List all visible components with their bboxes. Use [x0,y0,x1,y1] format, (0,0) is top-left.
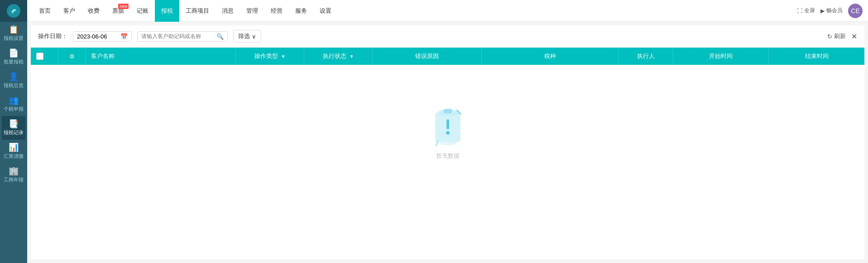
sidebar-item-tax-records[interactable]: 📑报税记录 [2,116,25,140]
svg-rect-4 [446,119,449,129]
topnav-right: ⛶ 全屏 ▶ 畅会员 CE [797,4,863,18]
th-settings[interactable]: ⚙ [58,48,85,65]
tax-records-icon: 📑 [9,120,19,128]
th-executor: 执行人 [619,48,673,65]
th-checkbox [31,48,58,65]
sidebar-label-tax-records: 报税记录 [4,129,24,136]
sidebar-label-personal-tax: 个税申报 [4,106,24,112]
main-area: 首页客户收费票据new记账报税工商项目消息管理经营服务设置 ⛶ 全屏 ▶ 畅会员… [27,0,868,263]
video-icon: ▶ [820,8,825,14]
member-label: 畅会员 [826,7,843,15]
topnav-item-home[interactable]: 首页 [33,0,57,22]
sidebar: 📋报税设置📄批量报税👤报税总览👥个税申报📑报税记录📊汇算清缴🏢工商年报 [0,0,27,263]
sort-icon-op-type: ▼ [281,54,285,59]
topnav: 首页客户收费票据new记账报税工商项目消息管理经营服务设置 ⛶ 全屏 ▶ 畅会员… [27,0,868,22]
sidebar-item-tax-overview[interactable]: 👤报税总览 [2,69,25,93]
tax-overview-icon: 👤 [9,73,19,81]
sidebar-item-personal-tax[interactable]: 👥个税申报 [2,93,25,116]
toolbar: 操作日期： 📅 🔍 筛选 ∨ ↻ 刷新 ✕ [31,25,864,48]
th-status[interactable]: 执行状态 ▼ [304,48,373,65]
empty-icon [430,106,466,146]
empty-text: 暂无数据 [436,152,460,160]
th-error: 错误原因 [372,48,481,65]
data-table: ⚙ 客户名称 操作类型 ▼ 执行状态 ▼ 错误原因 [31,48,864,65]
personal-tax-icon: 👥 [9,96,19,104]
select-all-checkbox[interactable] [36,53,43,60]
tax-settings-icon: 📋 [9,25,19,34]
empty-state: 暂无数据 [31,65,864,201]
close-button[interactable]: ✕ [851,32,857,41]
content-area: 操作日期： 📅 🔍 筛选 ∨ ↻ 刷新 ✕ [31,25,864,259]
topnav-item-client[interactable]: 客户 [57,0,82,22]
refresh-button[interactable]: ↻ 刷新 [827,32,846,40]
search-icon: 🔍 [216,33,224,40]
chevron-down-icon: ∨ [252,33,256,40]
sidebar-label-batch-tax: 批量报税 [4,58,24,65]
th-tax: 税种 [482,48,619,65]
avatar[interactable]: CE [848,4,863,18]
sidebar-item-tax-settings[interactable]: 📋报税设置 [2,22,25,45]
member-button[interactable]: ▶ 畅会员 [820,7,843,15]
sidebar-item-annual-report[interactable]: 🏢工商年报 [2,163,25,187]
topnav-item-tax[interactable]: 报税 [155,0,179,22]
toolbar-right: ↻ 刷新 ✕ [827,32,857,41]
settlement-icon: 📊 [9,143,19,151]
topnav-item-message[interactable]: 消息 [216,0,240,22]
topnav-item-billing[interactable]: 收费 [82,0,106,22]
filter-label: 筛选 [238,32,250,40]
topnav-item-settings[interactable]: 设置 [313,0,338,22]
topnav-item-invoice[interactable]: 票据new [106,0,130,22]
sidebar-label-settlement: 汇算清缴 [4,153,24,160]
svg-point-5 [446,131,450,135]
sidebar-item-batch-tax[interactable]: 📄批量报税 [2,45,25,69]
search-input[interactable] [141,33,214,39]
sidebar-item-settlement[interactable]: 📊汇算清缴 [2,140,25,163]
batch-tax-icon: 📄 [9,49,19,57]
fullscreen-button[interactable]: ⛶ 全屏 [797,7,815,15]
refresh-icon: ↻ [827,33,832,40]
badge-new-invoice: new [118,4,129,10]
annual-report-icon: 🏢 [9,167,19,175]
topnav-item-manage[interactable]: 管理 [240,0,264,22]
th-customer: 客户名称 [86,48,236,65]
th-end-time: 结束时间 [769,48,864,65]
topnav-item-bizproject[interactable]: 工商项目 [179,0,216,22]
sidebar-label-tax-overview: 报税总览 [4,82,24,89]
table-container: ⚙ 客户名称 操作类型 ▼ 执行状态 ▼ 错误原因 [31,48,864,259]
search-box[interactable]: 🔍 [137,31,228,42]
refresh-label: 刷新 [834,32,846,40]
date-label: 操作日期： [38,32,67,40]
table-header-row: ⚙ 客户名称 操作类型 ▼ 执行状态 ▼ 错误原因 [31,48,864,65]
date-input[interactable]: 📅 [73,31,132,42]
topnav-item-ledger[interactable]: 记账 [130,0,155,22]
sidebar-label-annual-report: 工商年报 [4,176,24,183]
fullscreen-label: 全屏 [804,7,815,15]
sort-icon-status: ▼ [349,54,354,59]
fullscreen-icon: ⛶ [797,8,802,14]
date-field[interactable] [77,33,118,40]
sidebar-logo [0,0,27,22]
svg-rect-3 [443,109,452,113]
filter-button[interactable]: 筛选 ∨ [233,30,261,43]
th-op-type[interactable]: 操作类型 ▼ [236,48,304,65]
topnav-item-operation[interactable]: 经营 [264,0,289,22]
calendar-icon: 📅 [120,33,128,40]
th-start-time: 开始时间 [673,48,768,65]
svg-point-7 [439,141,457,145]
sidebar-label-tax-settings: 报税设置 [4,35,24,42]
topnav-item-service[interactable]: 服务 [289,0,313,22]
